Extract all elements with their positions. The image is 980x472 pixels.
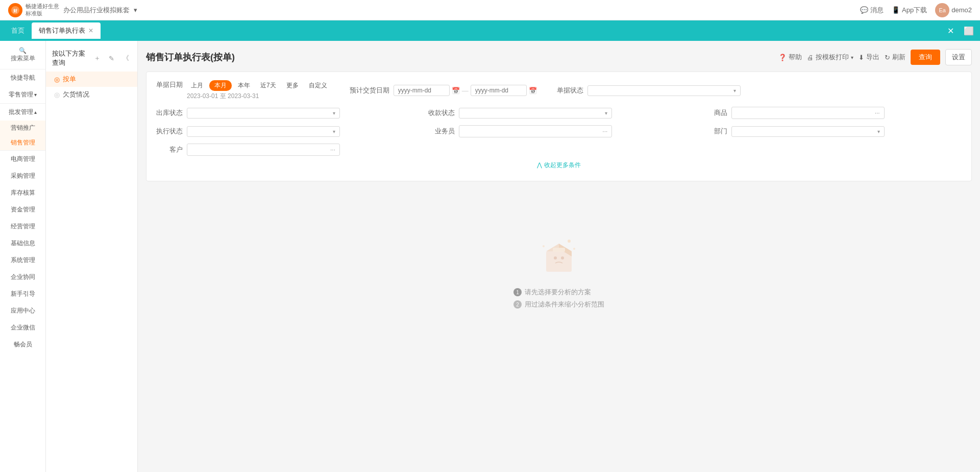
- scheme-inactive-icon: ◎: [54, 91, 60, 99]
- export-icon: ⬇: [859, 54, 864, 61]
- message-button[interactable]: 💬 消息: [860, 6, 884, 15]
- execution-status-group: 执行状态 ▾: [155, 126, 419, 137]
- payment-status-select[interactable]: ▾: [459, 108, 612, 119]
- expected-date-start[interactable]: [394, 85, 450, 96]
- goods-select[interactable]: ···: [731, 107, 885, 119]
- date-tab-current-month[interactable]: 本月: [209, 80, 232, 91]
- export-button[interactable]: ⬇ 导出: [859, 53, 879, 62]
- expected-date-group: 预计交货日期 📅 — 📅: [350, 85, 537, 96]
- scheme-panel-header: 按以下方案查询 ＋ ✎ 《: [46, 47, 137, 72]
- svg-text:财: 财: [13, 9, 17, 13]
- settings-button[interactable]: 设置: [945, 49, 972, 65]
- logo-icon: 财: [8, 3, 22, 17]
- svg-rect-2: [546, 251, 572, 272]
- sidebar-item-app-center[interactable]: 应用中心: [0, 302, 45, 319]
- sidebar-item-retail[interactable]: 零售管理 ▾: [0, 86, 45, 103]
- department-group: 部门 ▾: [699, 126, 963, 137]
- date-tab-last-month[interactable]: 上月: [187, 80, 207, 91]
- doc-status-group: 单据状态 ▾: [555, 85, 963, 96]
- chevron-icon: ▾: [34, 92, 37, 98]
- tab-close-icon[interactable]: ✕: [88, 27, 93, 34]
- collapse-icon: ⋀: [537, 161, 542, 169]
- sidebar-item-wechat[interactable]: 企业微信: [0, 319, 45, 336]
- department-select[interactable]: ▾: [731, 126, 885, 137]
- sidebar-item-quick-nav[interactable]: 快捷导航: [0, 69, 45, 86]
- page-title-bar: 销售订单执行表(按单) ❓ 帮助 🖨 按模板打印 ▾ ⬇ 导出: [146, 49, 972, 65]
- expected-date-end[interactable]: [471, 85, 527, 96]
- doc-status-arrow-icon: ▾: [733, 88, 736, 93]
- sidebar-item-wholesale[interactable]: 批发管理 ▴: [0, 104, 45, 121]
- customer-select[interactable]: ···: [187, 144, 340, 156]
- breadcrumb: 办公用品行业模拟账套 ▾: [63, 6, 137, 15]
- expected-date-label: 预计交货日期: [350, 86, 389, 95]
- template-print-button[interactable]: 🖨 按模板打印 ▾: [807, 53, 853, 62]
- salesperson-select[interactable]: ···: [459, 125, 612, 137]
- execution-status-label: 执行状态: [155, 127, 183, 136]
- filter-row-3: 执行状态 ▾ 业务员 ··· 部门: [155, 125, 963, 137]
- sidebar-item-operations[interactable]: 经营管理: [0, 218, 45, 235]
- date-filter-container: 上月 本月 本年 近7天 更多 自定义 2023-03-01 至 2023-03…: [187, 80, 331, 101]
- empty-state: 1 请先选择要分析的方案 2 用过滤条件来缩小分析范围: [146, 187, 972, 353]
- tab-close-window[interactable]: ✕: [943, 23, 958, 38]
- refresh-button[interactable]: ↻ 刷新: [885, 53, 905, 62]
- sidebar-item-member[interactable]: 畅会员: [0, 336, 45, 353]
- svg-point-10: [561, 256, 564, 259]
- date-tab-current-year[interactable]: 本年: [234, 80, 254, 91]
- sidebar-item-ecommerce[interactable]: 电商管理: [0, 151, 45, 168]
- sidebar-item-purchase[interactable]: 采购管理: [0, 168, 45, 184]
- tab-home[interactable]: 首页: [4, 22, 32, 39]
- delivery-status-group: 出库状态 ▾: [155, 108, 419, 119]
- user-menu[interactable]: Ea demo2: [935, 3, 972, 17]
- calendar-icon-start[interactable]: 📅: [452, 87, 460, 95]
- date-tab-custom[interactable]: 自定义: [305, 80, 331, 91]
- download-icon: 📱: [892, 6, 900, 14]
- sidebar-item-system[interactable]: 系统管理: [0, 252, 45, 269]
- sidebar-item-finance[interactable]: 资金管理: [0, 201, 45, 218]
- date-tab-7days[interactable]: 近7天: [256, 80, 280, 91]
- delivery-status-arrow-icon: ▾: [333, 110, 335, 116]
- calendar-icon-end[interactable]: 📅: [529, 87, 537, 95]
- filter-row-4: 客户 ···: [155, 144, 963, 156]
- empty-step-1: 1 请先选择要分析的方案: [513, 288, 604, 297]
- tab-bar-right: ✕ ⬜: [943, 23, 976, 38]
- filter-row-1: 单据日期 上月 本月 本年 近7天 更多 自定义 2023-03-01 至 20…: [155, 80, 963, 101]
- date-range-dash: —: [462, 87, 469, 95]
- help-button[interactable]: ❓ 帮助: [778, 53, 802, 62]
- execution-status-select[interactable]: ▾: [187, 126, 340, 137]
- breadcrumb-dropdown[interactable]: ▾: [134, 6, 137, 14]
- search-icon: 🔍: [19, 47, 27, 54]
- tab-sales-order[interactable]: 销售订单执行表 ✕: [32, 22, 101, 39]
- app-download-button[interactable]: 📱 App下载: [892, 6, 927, 15]
- collapse-scheme-button[interactable]: 《: [120, 53, 131, 64]
- scheme-item-by-order[interactable]: ◎ 按单: [46, 72, 137, 87]
- customer-group: 客户 ···: [155, 144, 424, 156]
- header-left: 财 畅捷通好生意 标准版 办公用品行业模拟账套 ▾: [8, 3, 137, 17]
- sidebar-sub-sales[interactable]: 销售管理: [0, 135, 45, 150]
- sidebar-item-basic-info[interactable]: 基础信息: [0, 235, 45, 252]
- avatar: Ea: [935, 3, 949, 17]
- filter-panel: 单据日期 上月 本月 本年 近7天 更多 自定义 2023-03-01 至 20…: [146, 72, 972, 181]
- tab-bar: 首页 销售订单执行表 ✕ ✕ ⬜: [0, 20, 980, 41]
- payment-status-label: 收款状态: [427, 108, 455, 117]
- doc-status-select[interactable]: ▾: [587, 85, 741, 96]
- delivery-status-label: 出库状态: [155, 108, 183, 117]
- sidebar-item-newbie[interactable]: 新手引导: [0, 286, 45, 302]
- goods-dots-icon: ···: [875, 109, 880, 116]
- svg-point-7: [573, 248, 575, 250]
- tab-maximize[interactable]: ⬜: [962, 23, 976, 38]
- scheme-panel-icons: ＋ ✎ 《: [91, 53, 131, 64]
- sidebar-item-inventory[interactable]: 库存核算: [0, 184, 45, 201]
- search-menu-button[interactable]: 🔍 搜索菜单: [4, 45, 41, 65]
- delivery-status-select[interactable]: ▾: [187, 108, 340, 119]
- department-arrow-icon: ▾: [877, 129, 880, 134]
- sidebar-item-enterprise[interactable]: 企业协同: [0, 269, 45, 286]
- query-button[interactable]: 查询: [911, 50, 940, 65]
- collapse-filters-button[interactable]: ⋀ 收起更多条件: [155, 158, 963, 173]
- sidebar-sub-marketing[interactable]: 营销推广: [0, 121, 45, 135]
- add-scheme-button[interactable]: ＋: [91, 53, 103, 64]
- scheme-item-shortage[interactable]: ◎ 欠货情况: [46, 87, 137, 102]
- step-1-icon: 1: [513, 288, 522, 296]
- logo-area: 财 畅捷通好生意 标准版: [8, 3, 59, 17]
- edit-scheme-button[interactable]: ✎: [106, 53, 117, 64]
- date-tab-more[interactable]: 更多: [282, 80, 303, 91]
